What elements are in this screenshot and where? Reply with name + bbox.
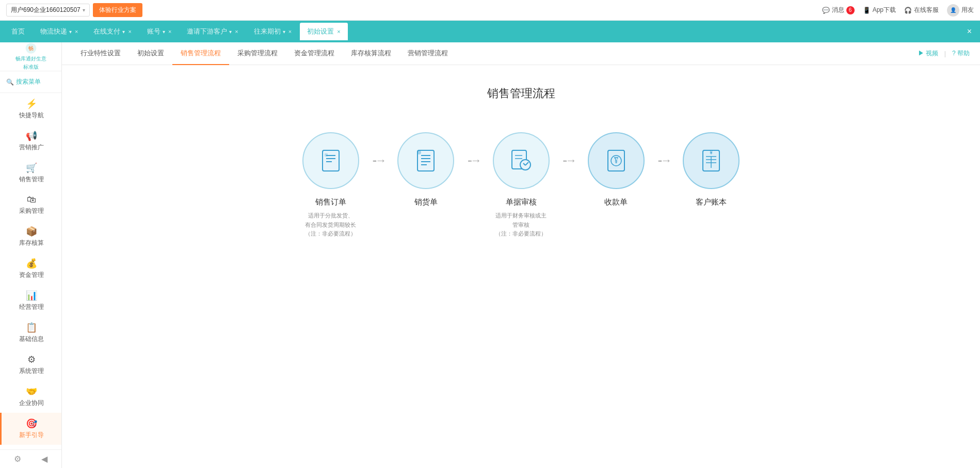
step-receipt-name: 收款单 [604,197,628,207]
flow-circle-receipt[interactable]: ¥ [588,132,645,189]
tab-payment-close[interactable]: × [128,28,131,35]
sidebar-item-guide[interactable]: 🎯 新手引导 [0,413,61,445]
tab-logistics-close[interactable]: × [75,28,78,35]
sidebar-item-purchase[interactable]: 🛍 采购管理 [0,189,61,221]
sidebar-logo: 畅 畅库通好生意 标准版 [0,42,61,71]
inventory-icon: 📦 [26,226,37,237]
help-icon: ? [952,50,956,57]
tab-payment[interactable]: 在线支付 ▾ × [86,23,138,40]
sidebar-item-basic-label: 基础信息 [19,335,44,344]
sidebar-item-quicknav[interactable]: ⚡ 快捷导航 [0,93,61,125]
tab-home-label: 首页 [11,27,25,36]
user-profile[interactable]: 👤 用友 [947,4,974,17]
svg-text:畅: 畅 [28,45,34,51]
subtab-init[interactable]: 初始设置 [129,42,172,65]
tab-account[interactable]: 账号 ▾ × [140,23,179,40]
svg-point-12 [417,150,421,154]
message-action[interactable]: 💬 消息 6 [822,6,855,14]
video-help[interactable]: ▶ 视频 [918,49,938,58]
finance-icon: 💰 [26,258,37,269]
avatar: 👤 [947,4,959,17]
operation-icon: 📊 [26,290,37,301]
settings-button[interactable]: ⚙ [14,454,21,464]
customer-service-action[interactable]: 🎧 在线客服 [904,6,939,14]
subtab-sales-flow[interactable]: 销售管理流程 [172,42,229,65]
sidebar-item-inventory[interactable]: 📦 库存核算 [0,221,61,253]
subtab-purchase-flow[interactable]: 采购管理流程 [229,42,286,65]
tab-invite-close[interactable]: × [235,28,238,35]
tab-invite-arrow: ▾ [229,29,232,35]
subtab-industry[interactable]: 行业特性设置 [72,42,129,65]
flow-title: 销售管理流程 [487,86,555,101]
collapse-button[interactable]: ◀ [41,454,47,464]
trial-button[interactable]: 体验行业方案 [93,3,142,17]
tab-payment-label: 在线支付 [93,27,120,36]
flow-arrow-3: ···→ [563,132,575,167]
flow-circle-audit[interactable] [493,132,550,189]
sidebar-item-sales-label: 销售管理 [19,175,44,184]
flow-step-ledger: ¥ 客户账本 [670,132,752,211]
sidebar-item-basic[interactable]: 📋 基础信息 [0,317,61,349]
subtab-inventory-flow[interactable]: 库存核算流程 [343,42,399,65]
sidebar-item-finance[interactable]: 💰 资金管理 [0,253,61,285]
tab-init-label: 初始设置 [307,27,334,36]
sidebar-item-quicknav-label: 快捷导航 [19,111,44,120]
nav-close-all[interactable]: × [963,25,976,38]
top-bar-actions: 💬 消息 6 📱 App下载 🎧 在线客服 👤 用友 [822,4,974,17]
main-layout: 畅 畅库通好生意 标准版 🔍 搜索菜单 ⚡ 快捷导航 📢 营销推广 🛒 销售管理 [0,42,980,468]
top-bar: 用户690企业1660120507 ▾ 体验行业方案 💬 消息 6 📱 App下… [0,0,980,21]
tab-init[interactable]: 初始设置 × [300,23,347,40]
user-selector[interactable]: 用户690企业1660120507 ▾ [6,4,90,17]
sales-order-icon [317,147,344,174]
tab-period-close[interactable]: × [288,28,292,35]
sidebar-item-system[interactable]: ⚙ 系统管理 [0,349,61,381]
step-ledger-name: 客户账本 [696,197,727,207]
tab-logistics[interactable]: 物流快递 ▾ × [33,23,85,40]
flow-circle-invoice[interactable] [397,132,454,189]
step-sales-order-name: 销售订单 [315,197,346,207]
sidebar-item-sales[interactable]: 🛒 销售管理 [0,157,61,189]
receipt-icon: ¥ [603,147,630,174]
subtab-finance-flow[interactable]: 资金管理流程 [286,42,343,65]
sidebar-search[interactable]: 🔍 搜索菜单 [0,71,61,93]
flow-circle-sales-order[interactable] [302,132,359,189]
sidebar-item-collab[interactable]: 🤝 企业协同 [0,381,61,413]
sidebar-item-appcenter[interactable]: 🔲 应用中心 [0,445,61,449]
flow-arrow-4: ···→ [657,132,670,167]
sidebar-item-marketing[interactable]: 📢 营销推广 [0,125,61,157]
sidebar-item-system-label: 系统管理 [19,367,44,376]
tab-logistics-label: 物流快递 [40,27,67,36]
tab-account-close[interactable]: × [168,28,171,35]
tab-logistics-arrow: ▾ [69,29,72,35]
mobile-icon: 📱 [863,7,871,14]
invoice-icon [412,147,439,174]
step-sales-order-desc: 适用于分批发货、有合同发货周期较长（注：非必要流程） [305,211,356,239]
tab-payment-arrow: ▾ [122,29,125,35]
message-icon: 💬 [822,7,830,14]
tab-period[interactable]: 往来期初 ▾ × [247,23,299,40]
audit-icon [508,147,535,174]
tab-home[interactable]: 首页 [4,23,32,40]
sidebar-item-collab-label: 企业协同 [19,399,44,408]
flow-circle-ledger[interactable]: ¥ [683,132,740,189]
tab-invite[interactable]: 邀请下游客户 ▾ × [180,23,245,40]
content-area: 行业特性设置 初始设置 销售管理流程 采购管理流程 资金管理流程 库存核算流程 … [62,42,980,468]
tab-init-close[interactable]: × [337,28,340,35]
sub-tabs: 行业特性设置 初始设置 销售管理流程 采购管理流程 资金管理流程 库存核算流程 … [62,42,980,65]
top-bar-user: 用户690企业1660120507 ▾ 体验行业方案 [6,3,822,17]
sidebar-item-finance-label: 资金管理 [19,271,44,279]
help-link[interactable]: ? 帮助 [952,49,970,58]
sidebar-item-operation[interactable]: 📊 经营管理 [0,285,61,317]
sidebar-item-operation-label: 经营管理 [19,303,44,311]
sidebar-bottom: ⚙ ◀ [0,449,61,468]
svg-rect-2 [323,150,339,171]
flow-content: 销售管理流程 销售订单 适用于分批发货、有合同发货周期较长（ [62,65,980,468]
video-icon: ▶ [918,50,924,57]
subtab-marketing-flow[interactable]: 营销管理流程 [399,42,456,65]
chevron-down-icon: ▾ [83,7,85,13]
tab-period-label: 往来期初 [254,27,281,36]
svg-text:¥: ¥ [614,157,618,165]
logo-text1: 畅库通好生意 [15,55,46,63]
app-download-action[interactable]: 📱 App下载 [863,6,896,14]
flow-step-receipt: ¥ 收款单 [575,132,657,211]
